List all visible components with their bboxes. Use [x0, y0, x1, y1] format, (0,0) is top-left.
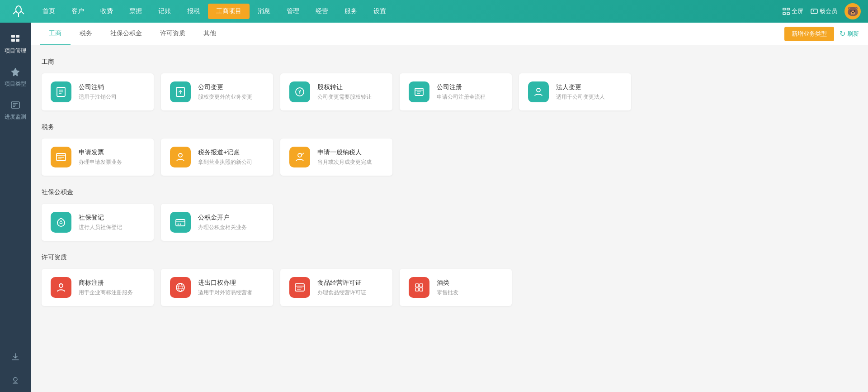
card-tax-report[interactable]: 税务报道+记账 拿到营业执照的新公司 [161, 139, 273, 176]
card-company-register[interactable]: 公司注册 申请公司注册全流程 [400, 73, 512, 110]
company-cancel-text: 公司注销 适用于注销公司 [79, 83, 117, 101]
sidebar-item-project-management[interactable]: 项目管理 [0, 27, 31, 60]
svg-rect-13 [16, 39, 19, 42]
location-icon [9, 374, 22, 387]
trademark-desc: 用于企业商标注册服务 [79, 289, 133, 296]
card-food-license[interactable]: 食品经营许可证 办理食品经营许可证 [280, 269, 392, 306]
svg-rect-34 [57, 153, 66, 161]
trademark-icon: ® [51, 277, 71, 298]
tab-bar: 工商 税务 社保公积金 许可资质 其他 新增业务类型 ↻ 刷新 [31, 23, 868, 45]
section-title-social: 社保公积金 [42, 188, 857, 196]
sidebar-location[interactable] [0, 368, 31, 392]
fullscreen-button[interactable]: 全屏 [783, 7, 803, 15]
svg-rect-10 [11, 35, 15, 38]
fullscreen-label: 全屏 [792, 7, 803, 15]
nav-service[interactable]: 服务 [336, 0, 365, 23]
equity-transfer-icon: ¥ [289, 81, 310, 102]
svg-rect-12 [11, 39, 15, 42]
card-company-change[interactable]: 公司变更 股权变更外的业务变更 [161, 73, 273, 110]
tab-tax[interactable]: 税务 [71, 23, 101, 45]
food-license-title: 食品经营许可证 [317, 279, 366, 287]
legal-change-title: 法人变更 [556, 83, 605, 91]
section-title-license: 许可资质 [42, 253, 857, 262]
provident-fund-title: 公积金开户 [198, 214, 247, 222]
tab-business[interactable]: 工商 [40, 23, 71, 45]
card-trademark[interactable]: ® 商标注册 用于企业商标注册服务 [42, 269, 154, 306]
sidebar-item-label: 项目类型 [5, 80, 26, 88]
card-import-export[interactable]: 进出口权办理 适用于对外贸易经营者 [161, 269, 273, 306]
svg-rect-55 [415, 284, 419, 287]
svg-text:®: ® [60, 283, 62, 286]
svg-point-33 [537, 88, 540, 92]
legal-change-icon [528, 81, 549, 102]
card-liquor[interactable]: 酒类 零售批发 [400, 269, 512, 306]
nav-tax[interactable]: 报税 [179, 0, 208, 23]
card-social-insurance[interactable]: 社保登记 进行人员社保登记 [42, 204, 154, 241]
apply-invoice-icon [51, 147, 71, 167]
legal-change-desc: 适用于公司变更法人 [556, 93, 605, 101]
nav-manage[interactable]: 管理 [278, 0, 307, 23]
svg-point-38 [179, 153, 182, 157]
vip-button[interactable]: 畅会员 [811, 7, 837, 15]
svg-point-39 [298, 153, 302, 157]
nav-fee[interactable]: 收费 [92, 0, 121, 23]
add-business-type-button[interactable]: 新增业务类型 [784, 27, 834, 41]
apply-invoice-text: 申请发票 办理申请发票业务 [79, 148, 122, 166]
food-license-desc: 办理食品经营许可证 [317, 289, 366, 296]
food-license-icon [289, 277, 310, 298]
user-avatar[interactable]: 🐻 [844, 3, 861, 19]
nav-invoice[interactable]: 票据 [121, 0, 150, 23]
liquor-desc: 零售批发 [437, 289, 458, 296]
svg-point-20 [14, 378, 17, 381]
nav-items-container: 首页 客户 收费 票据 记账 报税 工商项目 消息 管理 经营 服务 设置 [34, 0, 783, 23]
sidebar-item-progress[interactable]: 进度监测 [0, 93, 31, 126]
nav-message[interactable]: 消息 [250, 0, 278, 23]
sidebar-item-project-type[interactable]: 项目类型 [0, 60, 31, 93]
svg-point-47 [176, 283, 184, 292]
svg-rect-6 [783, 13, 785, 14]
equity-transfer-text: 股权转让 公司变更需要股权转让 [317, 83, 372, 101]
provident-fund-icon [170, 212, 191, 233]
general-taxpayer-text: 申请一般纳税人 当月或次月成变更完成 [317, 148, 372, 166]
nav-settings[interactable]: 设置 [365, 0, 394, 23]
nav-operation[interactable]: 经营 [307, 0, 336, 23]
tab-other[interactable]: 其他 [194, 23, 225, 45]
general-taxpayer-desc: 当月或次月成变更完成 [317, 158, 372, 166]
company-cancel-icon [51, 81, 71, 102]
equity-transfer-desc: 公司变更需要股权转让 [317, 93, 372, 101]
card-general-taxpayer[interactable]: 申请一般纳税人 当月或次月成变更完成 [280, 139, 392, 176]
svg-point-48 [179, 283, 182, 292]
card-legal-change[interactable]: 法人变更 适用于公司变更法人 [519, 73, 631, 110]
svg-line-2 [21, 11, 24, 14]
svg-rect-57 [415, 288, 419, 291]
card-equity-transfer[interactable]: ¥ 股权转让 公司变更需要股权转让 [280, 73, 392, 110]
refresh-button[interactable]: ↻ 刷新 [840, 29, 859, 38]
tab-license[interactable]: 许可资质 [151, 23, 194, 45]
sidebar-item-label: 项目管理 [5, 47, 26, 55]
card-company-cancel[interactable]: 公司注销 适用于注销公司 [42, 73, 154, 110]
trademark-title: 商标注册 [79, 279, 133, 287]
card-apply-invoice[interactable]: 申请发票 办理申请发票业务 [42, 139, 154, 176]
tab-social-fund[interactable]: 社保公积金 [101, 23, 151, 45]
trademark-text: 商标注册 用于企业商标注册服务 [79, 279, 133, 296]
nav-business[interactable]: 工商项目 [208, 4, 250, 19]
nav-accounting[interactable]: 记账 [150, 0, 179, 23]
svg-rect-41 [176, 220, 185, 226]
provident-fund-desc: 办理公积金相关业务 [198, 224, 247, 231]
sidebar-download[interactable] [0, 345, 31, 368]
tax-report-desc: 拿到营业执照的新公司 [198, 158, 252, 166]
sidebar: 项目管理 项目类型 进度监测 [0, 23, 31, 392]
svg-rect-56 [420, 284, 423, 287]
tab-bar-actions: 新增业务类型 ↻ 刷新 [784, 27, 859, 41]
scroll-content[interactable]: 工商 公司注销 适用于注销公司 [31, 45, 868, 392]
nav-client[interactable]: 客户 [63, 0, 92, 23]
card-provident-fund[interactable]: 公积金开户 办理公积金相关业务 [161, 204, 273, 241]
nav-home[interactable]: 首页 [34, 0, 63, 23]
sidebar-item-label: 进度监测 [5, 113, 26, 121]
import-export-icon [170, 277, 191, 298]
apply-invoice-desc: 办理申请发票业务 [79, 158, 122, 166]
legal-change-text: 法人变更 适用于公司变更法人 [556, 83, 605, 101]
general-taxpayer-icon [289, 147, 310, 167]
top-right-tools: 全屏 畅会员 🐻 [783, 3, 861, 19]
cards-grid-social: 社保登记 进行人员社保登记 公积金开户 [42, 204, 857, 241]
